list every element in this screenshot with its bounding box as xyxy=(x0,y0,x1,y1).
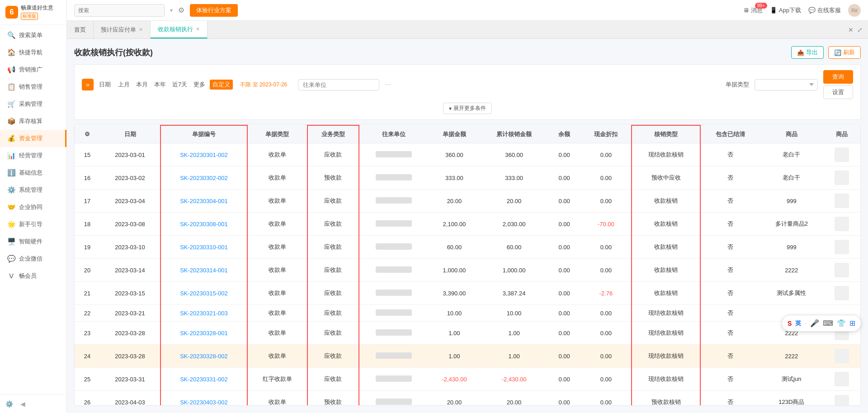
cell-date: 2023-03-21 xyxy=(100,305,160,322)
voucher-link[interactable]: SK-20230302-002 xyxy=(180,175,228,181)
cell-writeoff-type: 现结收款核销 xyxy=(632,368,700,391)
sidebar-settings-icon[interactable]: ⚙️ xyxy=(5,400,13,408)
sidebar-item-hardware[interactable]: 🖥️智能硬件 xyxy=(0,233,66,250)
float-brand-s: S xyxy=(788,320,792,327)
th-voucher_no: 单据编号 xyxy=(160,125,247,143)
query-button[interactable]: 查询 xyxy=(823,70,853,84)
th-product: 商品 xyxy=(760,125,823,143)
table-header-row: ⚙日期单据编号单据类型业务类型往来单位单据金额累计核销金额余额现金折扣核销类型包… xyxy=(75,125,860,143)
cell-date: 2023-03-28 xyxy=(100,345,160,368)
cell-voucher-type: 收款单 xyxy=(247,190,307,213)
tab-close-collection[interactable]: ✕ xyxy=(196,26,200,32)
cell-counterparty xyxy=(359,368,428,391)
filter-more-date[interactable]: 更多 xyxy=(192,80,207,90)
tab-prepay[interactable]: 预计应应付单✕ xyxy=(94,21,151,38)
tab-close-window-icon[interactable]: ✕ xyxy=(848,26,854,33)
cell-writeoff-amount: 2,030.00 xyxy=(481,213,548,236)
sidebar-collapse-icon[interactable]: ◀ xyxy=(20,400,25,408)
tab-window-controls: ✕⤢ xyxy=(843,21,868,38)
sidebar-item-basic[interactable]: ℹ️基础信息 xyxy=(0,164,66,181)
cell-voucher-type: 收款单 xyxy=(247,259,307,282)
voucher-link[interactable]: SK-20230308-001 xyxy=(180,221,228,228)
voucher-link[interactable]: SK-20230331-002 xyxy=(180,376,228,383)
sidebar-item-purchase[interactable]: 🛒采购管理 xyxy=(0,95,66,113)
filter-7days[interactable]: 近7天 xyxy=(170,80,189,90)
cell-amount: 1.00 xyxy=(428,345,480,368)
sidebar-item-operations[interactable]: 📊经营管理 xyxy=(0,147,66,164)
cell-writeoff-amount: 333.00 xyxy=(481,166,548,190)
filter-custom[interactable]: 自定义 xyxy=(210,80,233,90)
sidebar-item-finance[interactable]: 💰资金管理 xyxy=(0,130,66,147)
filter-last-month[interactable]: 上月 xyxy=(116,80,132,90)
settings-button[interactable]: 设置 xyxy=(823,85,853,99)
voucher-link[interactable]: SK-20230328-001 xyxy=(180,330,228,337)
cell-amount: 60.00 xyxy=(428,236,480,259)
sidebar-item-member[interactable]: V畅会员 xyxy=(0,267,66,285)
th-date: 日期 xyxy=(100,125,160,143)
sidebar-item-system[interactable]: ⚙️系统管理 xyxy=(0,181,66,199)
voucher-link[interactable]: SK-20230304-001 xyxy=(180,198,228,204)
table-row: 162023-03-02SK-20230302-002收款单预收款333.003… xyxy=(75,166,860,190)
tab-close-prepay[interactable]: ✕ xyxy=(139,27,143,33)
sidebar-item-marketing[interactable]: 📢营销推广 xyxy=(0,61,66,78)
float-grid-icon[interactable]: ⊞ xyxy=(849,319,855,328)
sidebar-item-wechat[interactable]: 💬企业微信 xyxy=(0,250,66,267)
float-shirt-icon[interactable]: 👕 xyxy=(837,319,846,328)
filter-this-year[interactable]: 本年 xyxy=(152,80,168,90)
cell-no: 18 xyxy=(75,213,100,236)
sidebar-item-guide[interactable]: 🌟新手引导 xyxy=(0,216,66,233)
filter-this-month[interactable]: 本月 xyxy=(134,80,150,90)
app-download-btn[interactable]: 📱 App下载 xyxy=(770,6,801,14)
counterparty-input[interactable] xyxy=(298,79,379,90)
service-btn[interactable]: 💬 在线客服 xyxy=(808,6,841,14)
voucher-link[interactable]: SK-20230310-001 xyxy=(180,244,228,251)
voucher-link[interactable]: SK-20230328-002 xyxy=(180,353,228,360)
sidebar-icon-inventory: 📦 xyxy=(7,117,15,125)
sidebar-footer: ⚙️ ◀ xyxy=(0,394,66,413)
notification-btn[interactable]: 🖥 消息 99+ xyxy=(743,6,763,14)
voucher-type-select[interactable] xyxy=(755,79,818,90)
refresh-button[interactable]: 🔄 刷新 xyxy=(828,46,861,59)
voucher-link[interactable]: SK-20230403-002 xyxy=(180,399,228,406)
float-mic-icon[interactable]: 🎤 xyxy=(810,319,819,328)
cell-amount: 10.00 xyxy=(428,305,480,322)
expand-icon: ▾ xyxy=(449,105,452,112)
sidebar-item-sales[interactable]: 📋销售管理 xyxy=(0,78,66,95)
voucher-link[interactable]: SK-20230315-002 xyxy=(180,290,228,297)
tab-home[interactable]: 首页 xyxy=(67,21,94,38)
cell-writeoff-amount: 3,387.24 xyxy=(481,282,548,305)
tab-collection[interactable]: 收款核销执行✕ xyxy=(151,21,208,38)
sidebar-logo: 6 畅康道好生意 标准版 xyxy=(0,0,66,25)
tab-maximize-icon[interactable]: ⤢ xyxy=(857,26,863,33)
cell-include-settled: 否 xyxy=(700,345,760,368)
th-biz_type: 业务类型 xyxy=(307,125,359,143)
topbar-chevron-icon[interactable]: ▾ xyxy=(170,7,173,14)
industry-btn[interactable]: 体验行业方案 xyxy=(190,4,238,17)
sidebar: 6 畅康道好生意 标准版 🔍搜索菜单🏠快捷导航📢营销推广📋销售管理🛒采购管理📦库… xyxy=(0,0,67,413)
voucher-link[interactable]: SK-20230321-003 xyxy=(180,310,228,317)
cell-product-thumb xyxy=(823,213,860,236)
cell-include-settled: 否 xyxy=(700,236,760,259)
th-amount: 单据金额 xyxy=(428,125,480,143)
table-row: 262023-04-03SK-20230403-002收款单预收款20.0020… xyxy=(75,391,860,406)
expand-more-button[interactable]: ▾ 展开更多条件 xyxy=(443,103,492,114)
search-input[interactable] xyxy=(74,4,165,17)
cell-writeoff-type: 收款核销 xyxy=(632,190,700,213)
sidebar-label-marketing: 营销推广 xyxy=(19,66,42,74)
voucher-link[interactable]: SK-20230314-001 xyxy=(180,267,228,274)
cell-voucher-no: SK-20230321-003 xyxy=(160,305,247,322)
cell-cash-discount: 0.00 xyxy=(581,322,632,345)
cell-product: 老白干 xyxy=(760,143,823,166)
topbar-gear-icon[interactable]: ⚙ xyxy=(178,6,184,14)
filter-expand-button[interactable]: » xyxy=(82,79,94,90)
voucher-link[interactable]: SK-20230301-002 xyxy=(180,152,228,158)
sidebar-item-search[interactable]: 🔍搜索菜单 xyxy=(0,27,66,44)
user-avatar[interactable]: Rit xyxy=(848,4,861,17)
sidebar-item-quick-nav[interactable]: 🏠快捷导航 xyxy=(0,44,66,61)
float-keyboard-icon[interactable]: ⌨ xyxy=(823,319,833,328)
cell-include-settled: 否 xyxy=(700,282,760,305)
sidebar-item-enterprise[interactable]: 🤝企业协同 xyxy=(0,199,66,216)
sidebar-nav: 🔍搜索菜单🏠快捷导航📢营销推广📋销售管理🛒采购管理📦库存核算💰资金管理📊经营管理… xyxy=(0,25,66,394)
export-button[interactable]: 📤 导出 xyxy=(791,46,824,59)
sidebar-item-inventory[interactable]: 📦库存核算 xyxy=(0,113,66,130)
